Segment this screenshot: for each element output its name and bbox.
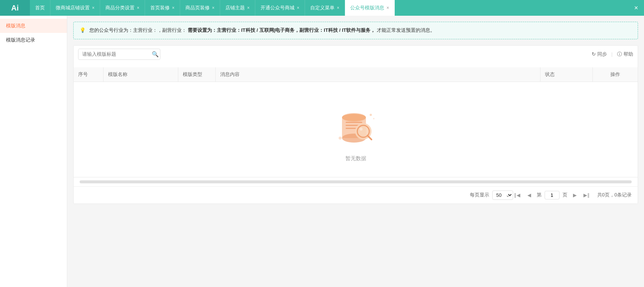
notice-prefix: 您的公众号行业为：主营行业：，副营行业： bbox=[89, 27, 187, 33]
content-area: 💡 您的公众号行业为：主营行业：，副营行业： 需要设置为：主营行业：IT科技 /… bbox=[67, 16, 644, 287]
search-button[interactable]: 🔍 bbox=[149, 49, 160, 59]
pagination: 每页显示 50 10 20 100 ⌄ ∥◀ ◀ 第 页 ▶ ▶∥ 共0页，0条… bbox=[74, 186, 638, 204]
tab-theme-label: 店铺主题 bbox=[225, 4, 245, 11]
notice-banner: 💡 您的公众号行业为：主营行业：，副营行业： 需要设置为：主营行业：IT科技 /… bbox=[73, 22, 638, 39]
search-box: 🔍 bbox=[78, 49, 160, 60]
per-page-select[interactable]: 50 10 20 100 bbox=[492, 190, 513, 200]
help-icon: ⓘ bbox=[617, 51, 622, 58]
empty-state: 暂无数据 bbox=[74, 82, 638, 177]
tab-product[interactable]: 商品页装修 × bbox=[180, 0, 220, 16]
prev-page-button[interactable]: ◀ bbox=[525, 190, 534, 199]
toolbar-right: ↻ 同步 | ⓘ 帮助 bbox=[592, 51, 633, 58]
svg-point-3 bbox=[342, 114, 366, 121]
help-label: 帮助 bbox=[623, 51, 633, 58]
sidebar-item-template-record[interactable]: 模版消息记录 bbox=[0, 33, 67, 47]
tab-template-close[interactable]: × bbox=[386, 5, 389, 10]
th-name: 模版名称 bbox=[104, 67, 178, 82]
close-icon: × bbox=[634, 4, 638, 12]
tab-template[interactable]: 公众号模版消息 × bbox=[345, 0, 395, 16]
tab-template-label: 公众号模版消息 bbox=[350, 4, 384, 11]
notice-suffix: 才能正常发送预置的消息。 bbox=[377, 27, 435, 33]
search-icon: 🔍 bbox=[152, 51, 159, 57]
tab-mall[interactable]: 开通公众号商城 × bbox=[255, 0, 305, 16]
tab-weshop-close[interactable]: × bbox=[92, 5, 95, 10]
table-container: 🔍 ↻ 同步 | ⓘ 帮助 序号 bbox=[73, 45, 638, 204]
last-page-button[interactable]: ▶∥ bbox=[582, 190, 591, 199]
tab-weshop[interactable]: 微商城店铺设置 × bbox=[50, 0, 100, 16]
window-close-button[interactable]: × bbox=[628, 0, 644, 16]
scrollbar-area[interactable] bbox=[74, 177, 638, 186]
tab-homepage-label: 首页装修 bbox=[150, 4, 170, 11]
notice-highlight: 需要设置为：主营行业：IT科技 / 互联网|电子商务，副营行业：IT科技 / I… bbox=[188, 27, 375, 33]
main-layout: 模版消息 模版消息记录 💡 您的公众号行业为：主营行业：，副营行业： 需要设置为… bbox=[0, 16, 644, 287]
th-type: 模版类型 bbox=[178, 67, 216, 82]
toolbar: 🔍 ↻ 同步 | ⓘ 帮助 bbox=[74, 46, 638, 63]
table-header: 序号 模版名称 模版类型 消息内容 状态 操作 bbox=[74, 67, 638, 82]
tab-menu-close[interactable]: × bbox=[337, 5, 339, 10]
horizontal-scrollbar[interactable] bbox=[80, 180, 632, 183]
svg-point-10 bbox=[360, 128, 363, 131]
help-button[interactable]: ⓘ 帮助 bbox=[617, 51, 633, 58]
tab-home-label: 首页 bbox=[35, 4, 45, 11]
search-input[interactable] bbox=[78, 49, 149, 59]
th-status: 状态 bbox=[540, 67, 593, 82]
th-seq: 序号 bbox=[74, 67, 104, 82]
tab-weshop-label: 微商城店铺设置 bbox=[56, 4, 90, 11]
toolbar-divider: | bbox=[611, 51, 613, 57]
sync-label: 同步 bbox=[597, 51, 607, 58]
tab-theme[interactable]: 店铺主题 × bbox=[220, 0, 255, 16]
tab-menu[interactable]: 自定义菜单 × bbox=[305, 0, 345, 16]
page-label: 第 bbox=[537, 192, 542, 198]
total-text: 共0页，0条记录 bbox=[597, 192, 632, 198]
first-page-button[interactable]: ∥◀ bbox=[513, 190, 522, 199]
sidebar: 模版消息 模版消息记录 bbox=[0, 16, 67, 287]
page-number-input[interactable] bbox=[545, 191, 560, 199]
tab-category[interactable]: 商品分类设置 × bbox=[100, 0, 145, 16]
svg-point-13 bbox=[339, 137, 342, 140]
tab-product-label: 商品页装修 bbox=[185, 4, 210, 11]
empty-text: 暂无数据 bbox=[345, 155, 366, 162]
topbar: Ai 首页 微商城店铺设置 × 商品分类设置 × 首页装修 × 商品页装修 × … bbox=[0, 0, 644, 16]
tab-mall-close[interactable]: × bbox=[297, 5, 299, 10]
notice-icon: 💡 bbox=[80, 27, 86, 33]
svg-point-12 bbox=[373, 118, 375, 119]
sync-button[interactable]: ↻ 同步 bbox=[592, 51, 607, 58]
next-page-button[interactable]: ▶ bbox=[570, 190, 579, 199]
tab-home[interactable]: 首页 bbox=[30, 0, 50, 16]
tab-product-close[interactable]: × bbox=[212, 5, 215, 10]
per-page-label: 每页显示 bbox=[470, 192, 489, 198]
tab-category-close[interactable]: × bbox=[137, 5, 139, 10]
tab-homepage[interactable]: 首页装修 × bbox=[145, 0, 180, 16]
svg-point-11 bbox=[370, 114, 372, 116]
th-action: 操作 bbox=[593, 67, 638, 82]
empty-icon bbox=[333, 104, 378, 149]
sync-icon: ↻ bbox=[592, 51, 596, 57]
sidebar-item-template-msg-label: 模版消息 bbox=[6, 23, 25, 28]
tab-menu-label: 自定义菜单 bbox=[310, 4, 335, 11]
app-logo: Ai bbox=[0, 0, 30, 16]
tab-list: 首页 微商城店铺设置 × 商品分类设置 × 首页装修 × 商品页装修 × 店铺主… bbox=[30, 0, 628, 16]
sidebar-item-template-msg[interactable]: 模版消息 bbox=[0, 19, 67, 33]
tab-category-label: 商品分类设置 bbox=[105, 4, 135, 11]
tab-mall-label: 开通公众号商城 bbox=[261, 4, 295, 11]
th-content: 消息内容 bbox=[216, 67, 540, 82]
tab-homepage-close[interactable]: × bbox=[172, 5, 175, 10]
sidebar-item-template-record-label: 模版消息记录 bbox=[6, 37, 35, 43]
page-unit: 页 bbox=[563, 192, 567, 198]
tab-theme-close[interactable]: × bbox=[247, 5, 250, 10]
